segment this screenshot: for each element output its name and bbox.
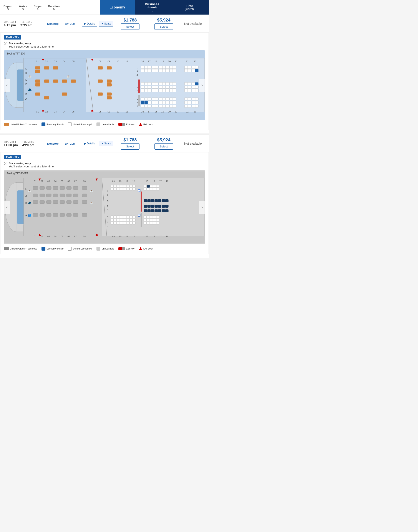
- flight-2-actions: ▶ Details ▼ Seats: [82, 141, 113, 146]
- svg-rect-268: [67, 214, 71, 216]
- svg-rect-176: [188, 105, 191, 107]
- svg-rect-164: [195, 101, 198, 104]
- svg-rect-146: [173, 98, 176, 100]
- svg-text:09: 09: [112, 235, 115, 238]
- svg-text:L: L: [136, 66, 138, 69]
- flight-1-times: Mon, Dec 4 4:15 pm Tue, Dec 5 9:35 am: [4, 21, 47, 27]
- svg-rect-177: [192, 105, 195, 107]
- stops-column-header[interactable]: Stops ⇅: [34, 5, 42, 10]
- svg-rect-131: [169, 89, 173, 92]
- svg-rect-54: [71, 79, 76, 82]
- legend-polaris-label-1: United Polaris℠ business: [10, 123, 37, 126]
- seat-map-2-right-nav[interactable]: ›: [199, 201, 205, 214]
- svg-text:16: 16: [141, 60, 144, 63]
- svg-rect-97: [148, 82, 151, 85]
- legend-unavailable-label-1: Unavailable: [102, 123, 114, 126]
- svg-rect-310: [148, 205, 151, 208]
- svg-rect-346: [150, 219, 153, 221]
- svg-rect-93: [192, 69, 195, 72]
- seat-map-2-left-nav[interactable]: ‹: [4, 201, 10, 214]
- svg-text:05: 05: [72, 60, 75, 63]
- svg-rect-125: [148, 89, 151, 92]
- legend-eplus-1: Economy Plus®: [42, 123, 63, 126]
- arrive-column-header[interactable]: Arrive ⇅: [19, 5, 27, 10]
- seat-map-1-right-nav[interactable]: ›: [199, 79, 205, 92]
- svg-rect-100: [159, 82, 162, 85]
- svg-rect-262: [82, 200, 87, 204]
- legend-exit-door-label-2: Exit door: [143, 247, 153, 250]
- stops-sort-icon: ⇅: [37, 8, 38, 10]
- svg-rect-87: [162, 69, 165, 72]
- flight-1-seats-btn[interactable]: ▼ Seats: [99, 21, 113, 26]
- svg-text:11: 11: [126, 235, 128, 238]
- svg-rect-276: [111, 185, 113, 187]
- arrive-sort-icon: ⇅: [22, 8, 24, 10]
- legend-exit-door-label-1: Exit door: [143, 123, 153, 126]
- svg-rect-280: [123, 185, 126, 187]
- flight-2-business-price: $5,924 Select: [147, 137, 181, 150]
- seat-map-1: Boeing 777-200 ‹ › 01 0: [4, 50, 205, 120]
- svg-rect-143: [162, 98, 165, 100]
- svg-text:👥: 👥: [28, 214, 32, 217]
- svg-rect-60: [62, 92, 67, 96]
- seat-map-1-svg: 01 02 03 04 05 08 09 10 11 16 17 18 19 2…: [4, 50, 205, 120]
- svg-rect-251: [60, 194, 65, 197]
- svg-rect-55: [98, 79, 103, 82]
- business-tab[interactable]: Business (lowest) ↓: [135, 0, 169, 14]
- svg-rect-302: [144, 199, 147, 202]
- svg-text:L: L: [25, 67, 27, 70]
- stops-label: Stops: [34, 5, 42, 8]
- svg-rect-332: [147, 216, 150, 218]
- flight-2-economy-select-btn[interactable]: Select: [121, 143, 139, 150]
- svg-rect-167: [148, 105, 151, 107]
- svg-text:10: 10: [116, 110, 119, 113]
- flight-2-arrive-date: Tue, Dec 5: [22, 140, 35, 143]
- depart-column-header[interactable]: Depart ⇅: [3, 5, 12, 10]
- svg-text:06: 06: [68, 235, 70, 238]
- svg-rect-250: [53, 194, 58, 197]
- flight-2-business-select-btn[interactable]: Select: [154, 143, 173, 150]
- flight-2-times: Mon, Dec 4 11:00 pm Tue, Dec 5 4:20 pm: [4, 140, 47, 147]
- duration-column-header[interactable]: Duration ⇅: [48, 5, 59, 10]
- svg-rect-337: [114, 219, 116, 221]
- svg-rect-316: [144, 209, 147, 212]
- viewing-text-2: For viewing only You'll select your seat…: [9, 161, 55, 168]
- flight-1-stops: Nonstop: [47, 22, 65, 25]
- svg-text:19: 19: [161, 110, 164, 113]
- flight-1-business-select-btn[interactable]: Select: [154, 23, 173, 30]
- flight-1-economy-select-btn[interactable]: Select: [121, 23, 139, 30]
- seat-map-1-left-nav[interactable]: ‹: [4, 79, 10, 92]
- legend-polaris-label-2: United Polaris℠ business: [10, 247, 37, 250]
- svg-rect-308: [165, 199, 168, 202]
- flight-2-seats-btn[interactable]: ▼ Seats: [99, 141, 113, 146]
- svg-rect-151: [141, 101, 144, 104]
- legend-exit-row-icon-2: [118, 247, 125, 250]
- flight-1-arrive-time: 9:35 am: [20, 23, 33, 27]
- svg-text:02: 02: [41, 235, 43, 238]
- svg-rect-286: [150, 185, 153, 187]
- flight-2-details-btn[interactable]: ▶ Details: [82, 141, 97, 146]
- viewing-only-2: i For viewing only You'll select your se…: [4, 161, 205, 168]
- aircraft-label-1: Boeing 777-200: [7, 52, 25, 55]
- svg-rect-81: [141, 69, 144, 72]
- column-headers: Depart ⇅ Arrive ⇅ Stops ⇅ Duration ⇅: [0, 0, 100, 14]
- svg-rect-344: [144, 219, 146, 221]
- svg-rect-118: [173, 86, 176, 88]
- svg-rect-290: [114, 188, 116, 191]
- header-row: Depart ⇅ Arrive ⇅ Stops ⇅ Duration ⇅ Eco…: [0, 0, 209, 15]
- svg-text:05: 05: [61, 180, 63, 183]
- legend-exit-row-icon-1: [118, 123, 125, 126]
- legend-unavailable-2: Unavailable: [96, 247, 114, 250]
- svg-rect-252: [67, 194, 71, 197]
- first-tab[interactable]: First (lowest): [169, 0, 209, 14]
- svg-rect-107: [192, 82, 195, 85]
- flight-1-duration-link[interactable]: 10h 20m: [65, 22, 76, 25]
- svg-rect-45: [44, 67, 49, 69]
- flight-1-details-btn[interactable]: ▶ Details: [82, 21, 97, 26]
- economy-tab[interactable]: Economy: [100, 0, 135, 14]
- duration-sort-icon: ⇅: [53, 8, 55, 10]
- flight-2-duration-link[interactable]: 10h 20m: [65, 142, 76, 145]
- duration-label: Duration: [48, 5, 59, 8]
- svg-rect-113: [155, 86, 158, 88]
- svg-rect-106: [188, 82, 191, 85]
